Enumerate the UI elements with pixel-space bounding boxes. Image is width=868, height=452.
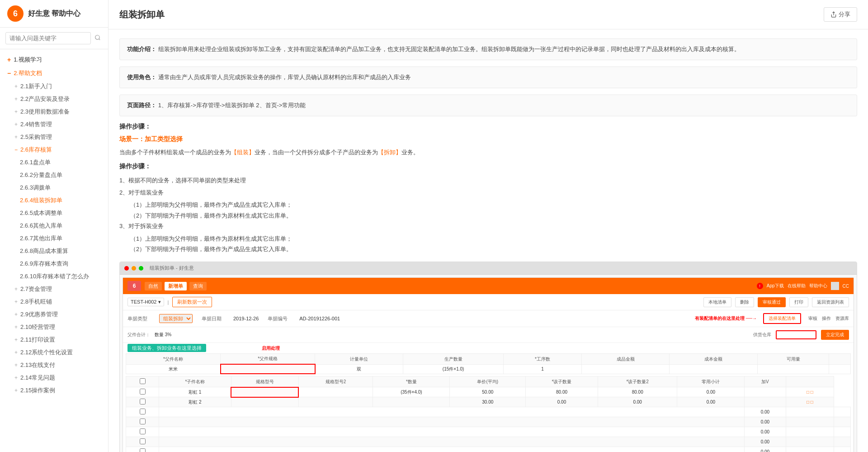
nav-child-2-14-label: 2.14常见问题: [20, 374, 55, 382]
child-row-1-spec1: [231, 387, 298, 397]
role-label: 使用角色：: [127, 74, 156, 81]
child-row-3-check[interactable]: [140, 409, 146, 414]
child-th-8: 零用小计: [677, 376, 745, 387]
inner-select-bom-btn[interactable]: 选择装配清单: [763, 313, 801, 324]
child-row-2-name: 彩虹 2: [159, 397, 231, 407]
nav-child-2-8[interactable]: + 2.8手机旺铺: [0, 295, 108, 308]
search-input[interactable]: [5, 32, 91, 44]
child-row-3-empty: [159, 407, 745, 417]
nav-child-2-15[interactable]: + 2.15操作案例: [0, 384, 108, 397]
nav-child-2-4[interactable]: + 2.4销售管理: [0, 118, 108, 131]
inner-supply-input[interactable]: [776, 330, 816, 339]
child-row-6-total: 0.00: [745, 437, 786, 447]
child-row-1-copy[interactable]: □: [807, 390, 809, 395]
inner-delete-btn[interactable]: 删除: [735, 297, 754, 307]
child-th-2: 规格型号: [231, 376, 298, 387]
child-row-5-check[interactable]: [140, 428, 146, 434]
child-row-1-check[interactable]: [140, 389, 146, 395]
nav-child-2-8-label: 2.8手机旺铺: [20, 298, 52, 306]
nav-section-2-label: 2.帮助文档: [14, 69, 42, 77]
nav-child-2-8-icon: +: [14, 299, 18, 305]
nav-child-2-13-icon: +: [14, 362, 18, 368]
nav-section-2[interactable]: − 2.帮助文档: [0, 67, 108, 80]
parent-cell-1-6: [581, 364, 670, 374]
path-label: 页面路径：: [127, 102, 156, 109]
nav-child-2-7[interactable]: + 2.7资金管理: [0, 283, 108, 295]
child-th-6: *该子数量: [526, 376, 598, 387]
nav-child-2-6[interactable]: − 2.6库存核算: [0, 143, 108, 156]
expand-icon-1: +: [7, 56, 11, 63]
nav-child-2-9-icon: +: [14, 311, 18, 318]
nav-sub-2-6-6[interactable]: 2.6.6其他入库单: [0, 219, 108, 232]
child-th-check: [126, 376, 159, 387]
steps-title: 操作步骤：: [119, 162, 857, 171]
parent-table: *父件名称 *父件规格 计量单位 生产数量 *工序数 成品金额 成本金额 可用量: [126, 353, 851, 374]
inner-nav-items: 自然 新增单 查询: [145, 282, 753, 290]
parent-table-section: *父件名称 *父件规格 计量单位 生产数量 *工序数 成品金额 成本金额 可用量: [123, 353, 854, 376]
logo-area: 6 好生意 帮助中心: [0, 0, 108, 28]
nav-sub-2-6-3[interactable]: 2.6.3调拨单: [0, 181, 108, 194]
nav-sub-2-6-5[interactable]: 2.6.5成本调整单: [0, 207, 108, 219]
nav-sub-2-6-7[interactable]: 2.6.7其他出库单: [0, 232, 108, 245]
inner-approve-label: 审核: [808, 315, 817, 322]
inner-refresh-btn[interactable]: 刷新数据一次: [172, 297, 212, 307]
child-row-4-check[interactable]: [140, 419, 146, 424]
inner-local-btn[interactable]: 本地清单: [703, 297, 731, 307]
nav-sub-2-6-2[interactable]: 2.6.2分量盘点单: [0, 169, 108, 181]
operations-section: 操作步骤： 场景一：加工类型选择 当由多个子件材料组装成一个成品的业务为【组装】…: [119, 123, 857, 254]
inner-divider-1: |: [168, 300, 169, 305]
inner-back-btn[interactable]: 返回资源列表: [812, 297, 849, 307]
nav-child-2-11[interactable]: + 2.11打印设置: [0, 333, 108, 346]
nav-child-2-3[interactable]: + 2.3使用前数据准备: [0, 105, 108, 118]
minimize-dot: [132, 266, 136, 271]
share-button[interactable]: 分享: [824, 7, 857, 22]
disassemble-keyword: 【拆卸】: [378, 149, 401, 156]
nav-child-2-7-label: 2.7资金管理: [20, 285, 52, 293]
nav-child-2-12[interactable]: + 2.12系统个性化设置: [0, 346, 108, 359]
nav-child-2-5[interactable]: + 2.5采购管理: [0, 131, 108, 143]
child-row-2-spec2: [298, 397, 373, 407]
nav-child-2-10[interactable]: + 2.10经营管理: [0, 321, 108, 333]
nav-sub-2-6-10[interactable]: 2.6.10库存账本错了怎么办: [0, 270, 108, 283]
nav-sub-2-6-8[interactable]: 2.6.8商品成本重算: [0, 245, 108, 257]
main-panel: 组装拆卸单 分享 功能介绍： 组装拆卸单用来处理企业组装或拆卸等加工业务，支持有…: [108, 0, 868, 452]
nav-child-2-1[interactable]: + 2.1新手入门: [0, 80, 108, 93]
nav-child-2-5-label: 2.5采购管理: [20, 133, 52, 141]
inner-approve-btn[interactable]: 审核通过: [758, 297, 786, 307]
search-button[interactable]: [93, 33, 103, 44]
child-row-2-del[interactable]: □: [811, 400, 813, 404]
nav-child-2-4-icon: +: [14, 121, 18, 128]
parent-th-4: 生产数量: [403, 354, 503, 365]
step3: 3、对于拆装业务: [119, 221, 857, 231]
child-row-7-check[interactable]: [140, 448, 146, 452]
nav-child-2-13[interactable]: + 2.13在线支付: [0, 359, 108, 371]
role-text: 通常由生产人员或库管人员完成拆装业务的操作，库管人员确认原材料的出库和产成品的入…: [158, 74, 411, 81]
nav-sub-2-6-1[interactable]: 2.6.1盘点单: [0, 156, 108, 169]
nav-section-1[interactable]: + 1.视频学习: [0, 53, 108, 67]
nav-child-2-1-label: 2.1新手入门: [20, 82, 52, 90]
total-value: 数量 3%: [155, 332, 171, 338]
child-row-2-check[interactable]: [140, 399, 146, 404]
nav-child-2-14[interactable]: + 2.14常见问题: [0, 371, 108, 384]
inner-confirm-btn[interactable]: 立定完成: [821, 330, 849, 340]
total-label: 父件合计：: [127, 332, 150, 338]
nav-sub-2-6-9[interactable]: 2.6.9库存账本查询: [0, 257, 108, 270]
date-label: 单据日期: [202, 315, 229, 322]
inner-type-select[interactable]: 组装拆卸: [159, 314, 193, 323]
child-row-2-copy[interactable]: □: [807, 400, 809, 404]
child-row-1-del[interactable]: □: [811, 390, 813, 395]
step1: 1、根据不同的业务，选择不同单据的类型来处理: [119, 175, 857, 186]
nav-sub-2-6-4[interactable]: 2.6.4组装拆卸单: [0, 194, 108, 207]
child-row-1-spec2: [298, 387, 373, 397]
child-check-all[interactable]: [140, 378, 146, 384]
nav-child-2-2[interactable]: + 2.2产品安装及登录: [0, 93, 108, 105]
nav-child-2-3-label: 2.3使用前数据准备: [20, 108, 70, 116]
inner-print-btn[interactable]: 打印: [789, 297, 808, 307]
parent-cell-1-3: 双: [315, 364, 403, 374]
child-row-7: 0.00: [126, 447, 851, 452]
nav-child-2-9[interactable]: + 2.9优惠券管理: [0, 308, 108, 321]
inner-form-row-2: 父件合计： 数量 3% 供货仓库 立定完成: [123, 327, 854, 343]
child-th-1: *子件名称: [159, 376, 231, 387]
child-row-6-check[interactable]: [140, 438, 146, 444]
child-row-2: 彩虹 2 30.00 0.00 0.00 0.00: [126, 397, 851, 407]
